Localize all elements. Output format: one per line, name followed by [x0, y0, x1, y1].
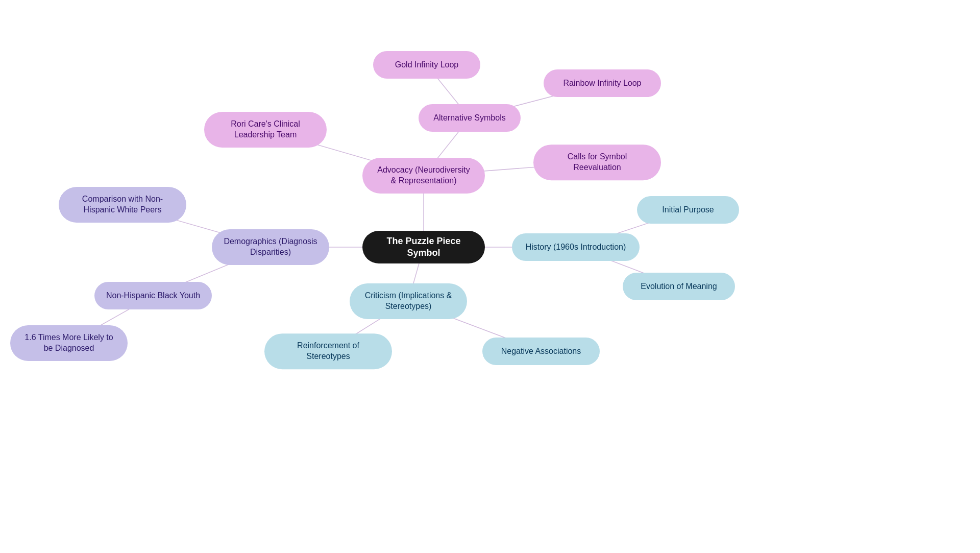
node-initial-purpose[interactable]: Initial Purpose: [637, 196, 739, 224]
node-criticism[interactable]: Criticism (Implications & Stereotypes): [350, 283, 467, 319]
node-alternative-symbols[interactable]: Alternative Symbols: [419, 104, 521, 132]
mindmap-container: The Puzzle Piece SymbolGold Infinity Loo…: [0, 0, 980, 553]
node-demographics[interactable]: Demographics (Diagnosis Disparities): [212, 229, 329, 265]
node-advocacy[interactable]: Advocacy (Neurodiversity & Representatio…: [362, 158, 485, 194]
node-reinforcement[interactable]: Reinforcement of Stereotypes: [264, 333, 392, 369]
node-rori-care[interactable]: Rori Care's Clinical Leadership Team: [204, 112, 327, 148]
node-1-6-times[interactable]: 1.6 Times More Likely to be Diagnosed: [10, 325, 128, 361]
node-negative-assoc[interactable]: Negative Associations: [482, 338, 600, 365]
node-gold-infinity[interactable]: Gold Infinity Loop: [373, 51, 480, 79]
node-comparison-nhw[interactable]: Comparison with Non-Hispanic White Peers: [59, 187, 186, 223]
node-history[interactable]: History (1960s Introduction): [512, 233, 640, 261]
node-non-hispanic-black[interactable]: Non-Hispanic Black Youth: [94, 282, 212, 309]
node-calls-symbol[interactable]: Calls for Symbol Reevaluation: [533, 145, 661, 180]
node-rainbow-infinity[interactable]: Rainbow Infinity Loop: [544, 69, 661, 97]
node-evolution[interactable]: Evolution of Meaning: [623, 273, 735, 300]
center-node[interactable]: The Puzzle Piece Symbol: [362, 231, 485, 263]
connections-svg: [0, 0, 980, 553]
